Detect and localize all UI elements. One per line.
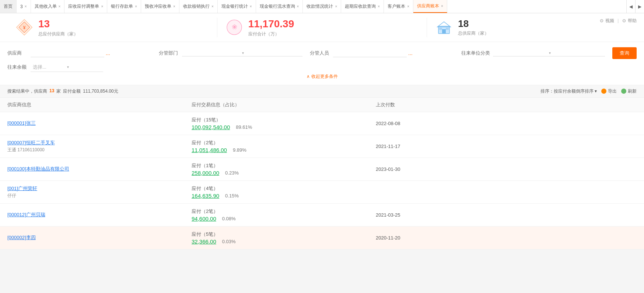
nav-tab-prepay-ar[interactable]: 预收冲应收单×	[141, 0, 179, 13]
sort-button[interactable]: 排序：按应付余额倒序排序 ▾	[540, 88, 597, 94]
export-label: 导出	[608, 88, 617, 94]
help-icon: ⊙	[622, 18, 626, 23]
svg-rect-9	[446, 28, 449, 30]
transaction-cell: 应付（2笔）11,051,486.009.89%	[192, 139, 376, 153]
last-pay-cell: 2021-11-17	[376, 144, 637, 149]
table-body: [000001]张三应付（15笔）100,092,540.0089.61%202…	[0, 112, 644, 249]
last-pay-cell: 2023-01-30	[376, 166, 637, 172]
result-prefix: 搜索结果中，供应商	[7, 88, 47, 94]
nav-tab-label: 首页	[4, 3, 13, 10]
nav-tab-label: 超期应收款查询	[345, 3, 376, 10]
person-dots[interactable]: ...	[408, 50, 413, 56]
tx-label: 应付（4笔）	[192, 185, 376, 192]
collapse-button[interactable]: ∧ 收起更多条件	[307, 73, 338, 80]
help-link[interactable]: 帮助	[628, 18, 637, 23]
tx-amount[interactable]: 100,092,540.00	[192, 124, 230, 130]
stat-ap-total: ❀ 11,170.39 应付合计（万）	[217, 18, 427, 37]
supplier-link[interactable]: [000002]李四	[7, 235, 36, 240]
supplier-link[interactable]: [000001]张三	[7, 120, 36, 126]
supplier-link[interactable]: [000007]恒旺二手叉车	[7, 140, 55, 145]
tx-percent: 9.89%	[233, 147, 246, 153]
close-tab-icon[interactable]: ×	[135, 4, 137, 8]
last-pay-cell: 2022-08-08	[376, 121, 637, 126]
dept-select[interactable]: ▾	[182, 50, 303, 56]
query-button[interactable]: 查询	[612, 47, 637, 59]
shop-icon	[434, 18, 454, 37]
wheat-icon: ❀	[225, 18, 244, 37]
tx-percent: 0.08%	[222, 216, 236, 221]
nav-tab-customer-ledger[interactable]: 客户账本×	[384, 0, 413, 13]
person-input[interactable]	[333, 49, 407, 57]
close-tab-icon[interactable]: ×	[59, 4, 61, 8]
close-tab-icon[interactable]: ×	[297, 4, 299, 8]
close-tab-icon[interactable]: ×	[378, 4, 380, 8]
nav-tab-label: 收款核销执行	[183, 3, 210, 10]
table-row: [000001]张三应付（15笔）100,092,540.0089.61%202…	[0, 112, 644, 135]
refresh-label: 刷新	[628, 88, 637, 94]
close-tab-icon[interactable]: ×	[25, 4, 27, 8]
tx-amount[interactable]: 94,600.00	[192, 216, 216, 222]
export-button[interactable]: 导出	[601, 88, 617, 94]
close-tab-icon[interactable]: ×	[173, 4, 175, 8]
supplier-link[interactable]: [000012]广州贝瑞	[7, 212, 45, 217]
tx-amount[interactable]: 258,000.00	[192, 170, 219, 176]
supplier-sub-info: 王通 17106110000	[7, 147, 192, 153]
nav-tab-vendor-ledger[interactable]: 供应商账本×	[413, 0, 447, 13]
table-row: [000100]本特勤油品有限公司应付（1笔）258,000.000.23%20…	[0, 158, 644, 181]
refresh-icon	[621, 89, 626, 94]
nav-tab-label: 现金银行流水查询	[260, 3, 295, 10]
supplier-link[interactable]: [000100]本特勤油品有限公司	[7, 166, 69, 172]
result-bar-left: 搜索结果中，供应商 13 家 应付金额 111,703,854.00元	[7, 88, 118, 94]
stat-ap-total-label: 应付合计（万）	[248, 31, 294, 37]
balance-select[interactable]: 选择... ▾	[31, 63, 103, 72]
result-ap-amount: 111,703,854.00元	[83, 88, 118, 94]
last-pay-col-header: 上次付数	[376, 101, 637, 108]
tx-percent: 0.03%	[222, 239, 236, 244]
table-header: 供应商信息 应付交易信息（占比） 上次付数	[0, 98, 644, 112]
close-tab-icon[interactable]: ×	[335, 4, 337, 8]
close-tab-icon[interactable]: ×	[101, 4, 103, 8]
nav-tab-label: 其他收入单	[35, 3, 57, 10]
video-link[interactable]: 视频	[605, 18, 614, 23]
supplier-link[interactable]: [001]广州荣轩	[7, 186, 37, 191]
tx-amount[interactable]: 32,366.00	[192, 238, 216, 245]
supplier-cell: [000001]张三	[7, 120, 192, 127]
sort-chevron-icon: ▾	[595, 89, 597, 94]
nav-arrow-right[interactable]: ▶	[635, 0, 644, 13]
nav-tab-overdue-ar[interactable]: 超期应收款查询×	[341, 0, 384, 13]
close-tab-icon[interactable]: ×	[250, 4, 252, 8]
tx-label: 应付（2笔）	[192, 208, 376, 215]
filter-dept[interactable]: 分管部门 ▾	[159, 50, 303, 56]
last-pay-cell: 2020-11-20	[376, 235, 637, 241]
nav-tab-ar-ap-adjust[interactable]: 应收应付调整单×	[64, 0, 107, 13]
transaction-cell: 应付（1笔）258,000.000.23%	[192, 162, 376, 176]
nav-tab-label: 应收应付调整单	[68, 3, 99, 10]
tx-percent: 0.15%	[225, 193, 239, 199]
tx-info-col-header: 应付交易信息（占比）	[192, 101, 376, 108]
tx-amount[interactable]: 11,051,486.00	[192, 147, 227, 153]
close-tab-icon[interactable]: ×	[407, 4, 409, 8]
nav-tab-tab3[interactable]: 3×	[17, 0, 31, 13]
close-tab-icon[interactable]: ×	[441, 4, 443, 8]
refresh-button[interactable]: 刷新	[621, 88, 637, 94]
nav-tab-collection-exec[interactable]: 收款核销执行×	[179, 0, 218, 13]
category-select[interactable]: ▾	[493, 50, 605, 56]
nav-tab-cash-bank-flow[interactable]: 现金银行流水查询×	[256, 0, 303, 13]
vendor-table: 供应商信息 应付交易信息（占比） 上次付数 [000001]张三应付（15笔）1…	[0, 98, 644, 249]
sort-label: 排序：按应付余额倒序排序	[540, 88, 594, 94]
filter-category[interactable]: 往来单位分类 ▾	[461, 50, 605, 56]
supplier-input[interactable]	[31, 49, 104, 57]
nav-arrow-left[interactable]: ◀	[626, 0, 635, 13]
supplier-dots[interactable]: ...	[106, 50, 110, 56]
nav-tab-bank-deposit[interactable]: 银行存款单×	[107, 0, 141, 13]
nav-tab-other-income[interactable]: 其他收入单×	[31, 0, 65, 13]
filter-balance[interactable]: 往来余额 选择... ▾	[7, 63, 103, 72]
filter-supplier: 供应商 ...	[7, 49, 151, 57]
nav-tab-home[interactable]: 首页	[0, 0, 17, 13]
nav-tab-cash-bank-stat[interactable]: 现金银行统计×	[218, 0, 256, 13]
tx-label: 应付（5笔）	[192, 231, 376, 238]
tx-amount[interactable]: 164,635.90	[192, 193, 219, 199]
nav-tab-collection-stat[interactable]: 收款情况统计×	[303, 0, 341, 13]
nav-tab-label: 预收冲应收单	[145, 3, 171, 10]
close-tab-icon[interactable]: ×	[211, 4, 214, 8]
